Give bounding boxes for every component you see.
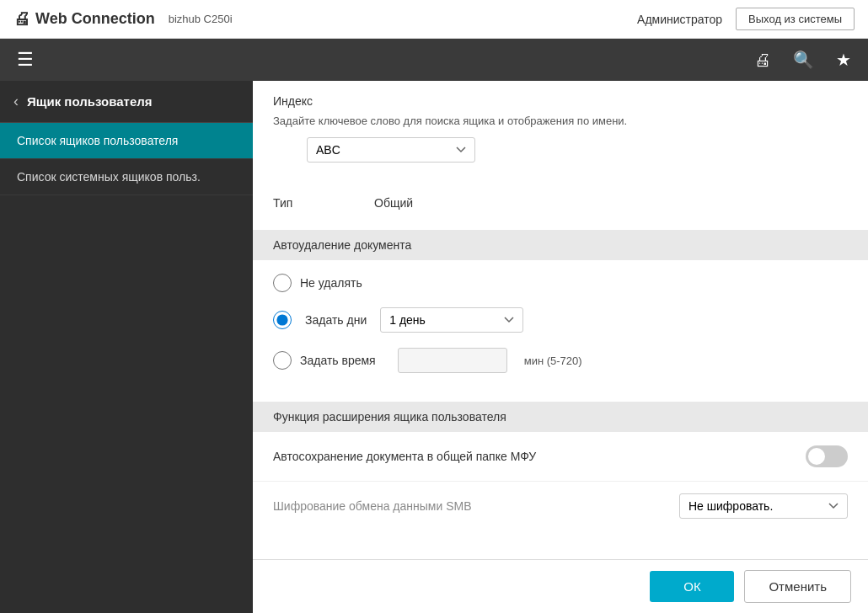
index-description: Задайте ключевое слово для поиска ящика … [273, 115, 848, 127]
autosave-label: Автосохранение документа в общей папке М… [273, 450, 536, 463]
sidebar-item-user-boxes[interactable]: Список ящиков пользователя [0, 123, 253, 159]
bookmark-icon: ★ [836, 51, 851, 69]
header-right: Администратор Выход из системы [637, 8, 855, 30]
smb-dropdown[interactable]: Не шифровать. Шифровать [679, 493, 848, 519]
topnav-right: 🖨 🔍 ★ [746, 43, 860, 77]
smb-label: Шифрование обмена данными SMB [273, 499, 472, 513]
header-left: 🖨 Web Connection bizhub C250i [13, 9, 233, 29]
cart-button[interactable]: 🖨 [746, 44, 780, 77]
app-title: Web Connection [35, 10, 155, 28]
app-logo: 🖨 Web Connection [13, 9, 155, 29]
index-section: Индекс Задайте ключевое слово для поиска… [253, 81, 868, 189]
index-label: Индекс [273, 94, 848, 108]
cancel-button[interactable]: Отменить [744, 570, 851, 603]
radio-no-delete-label: Не удалять [300, 276, 362, 290]
sidebar-title: Ящик пользователя [27, 94, 153, 109]
sidebar-item-label: Список ящиков пользователя [17, 134, 178, 147]
index-dropdown-row: ABC DEF GHI [273, 137, 848, 163]
type-section: Тип Общий [253, 189, 868, 230]
index-dropdown[interactable]: ABC DEF GHI [307, 137, 475, 163]
top-navbar: ☰ 🖨 🔍 ★ [0, 39, 868, 81]
radio-set-time-label: Задать время [300, 354, 376, 367]
printer-icon: 🖨 [13, 9, 30, 29]
days-dropdown[interactable]: 1 день 2 дня 3 дня 7 дней 30 дней [380, 307, 523, 333]
sidebar: ‹ Ящик пользователя Список ящиков пользо… [0, 81, 253, 613]
toggle-slider [806, 445, 848, 467]
sidebar-item-system-boxes[interactable]: Список системных ящиков польз. [0, 159, 253, 195]
feature-bar: Функция расширения ящика пользователя [253, 402, 868, 432]
radio-set-days-row: Задать дни 1 день 2 дня 3 дня 7 дней 30 … [273, 307, 848, 333]
hamburger-button[interactable]: ☰ [8, 42, 42, 77]
autosave-toggle[interactable] [806, 445, 848, 467]
feature-section: Автосохранение документа в общей папке М… [253, 432, 868, 530]
sidebar-header: ‹ Ящик пользователя [0, 81, 253, 123]
action-bar: ОК Отменить [253, 559, 868, 613]
auto-delete-bar: Автоудаление документа [253, 230, 868, 260]
back-icon: ‹ [13, 93, 19, 109]
radio-no-delete[interactable] [273, 274, 292, 292]
radio-set-time-row: Задать время мин (5-720) [273, 348, 848, 373]
autosave-row: Автосохранение документа в общей папке М… [253, 432, 868, 482]
topnav-left: ☰ [8, 42, 42, 77]
smb-row: Шифрование обмена данными SMB Не шифрова… [253, 482, 868, 530]
sidebar-back-button[interactable]: ‹ [13, 93, 19, 110]
device-name: bizhub C250i [169, 13, 233, 25]
type-label: Тип [273, 196, 340, 210]
search-button[interactable]: 🔍 [785, 43, 822, 77]
type-value: Общий [374, 196, 413, 210]
bookmark-button[interactable]: ★ [828, 43, 860, 77]
type-row: Тип Общий [273, 189, 848, 223]
auto-delete-options: Не удалять Задать дни 1 день 2 дня 3 дня… [253, 260, 868, 402]
app-header: 🖨 Web Connection bizhub C250i Администра… [0, 0, 868, 39]
radio-set-days-label: Задать дни [305, 313, 367, 327]
radio-set-days-group: Задать дни 1 день 2 дня 3 дня 7 дней 30 … [273, 307, 523, 333]
search-icon: 🔍 [793, 51, 814, 69]
radio-set-time[interactable] [273, 351, 292, 370]
main-layout: ‹ Ящик пользователя Список ящиков пользо… [0, 81, 868, 613]
cart-icon: 🖨 [754, 51, 771, 69]
hamburger-icon: ☰ [17, 49, 34, 70]
time-input[interactable] [398, 348, 507, 373]
radio-no-delete-row: Не удалять [273, 274, 848, 292]
main-content: Индекс Задайте ключевое слово для поиска… [253, 81, 868, 613]
logout-button[interactable]: Выход из системы [736, 8, 855, 30]
sidebar-item-label: Список системных ящиков польз. [17, 170, 201, 184]
username: Администратор [637, 13, 722, 26]
radio-set-days[interactable] [273, 311, 292, 329]
ok-button[interactable]: ОК [650, 571, 734, 602]
time-unit-label: мин (5-720) [524, 354, 582, 367]
